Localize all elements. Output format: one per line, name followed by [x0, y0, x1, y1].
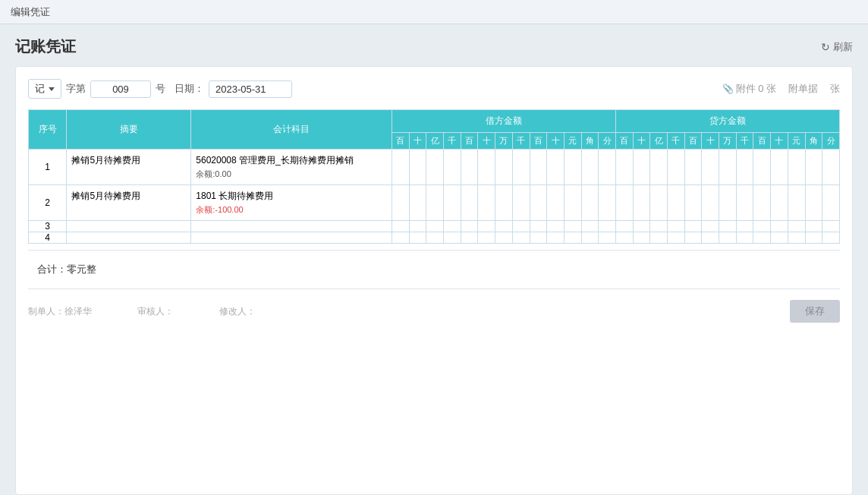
row-2-debit-1[interactable]: [409, 221, 426, 232]
row-0-debit-1[interactable]: [409, 150, 426, 185]
row-1-credit-7[interactable]: [736, 185, 753, 221]
voucher-number-input[interactable]: [90, 80, 151, 98]
row-1-debit-5[interactable]: [478, 185, 495, 221]
row-0-debit-2[interactable]: [426, 150, 444, 185]
row-2-credit-9[interactable]: [771, 221, 788, 232]
row-0-debit-5[interactable]: [478, 150, 495, 185]
row-3-credit-12[interactable]: [822, 232, 840, 244]
row-2-credit-5[interactable]: [702, 221, 719, 232]
row-1-debit-2[interactable]: [426, 185, 444, 221]
row-1-account[interactable]: 1801 长期待摊费用余额:-100.00: [191, 185, 392, 221]
row-3-credit-0[interactable]: [615, 232, 633, 244]
row-3-account[interactable]: [191, 232, 392, 244]
row-1-credit-9[interactable]: [771, 185, 788, 221]
row-2-credit-1[interactable]: [633, 221, 650, 232]
row-2-debit-10[interactable]: [564, 221, 581, 232]
row-0-debit-0[interactable]: [392, 150, 410, 185]
row-2-credit-7[interactable]: [736, 221, 753, 232]
row-2-credit-3[interactable]: [668, 221, 685, 232]
row-0-credit-3[interactable]: [668, 150, 685, 185]
row-2-debit-4[interactable]: [461, 221, 478, 232]
row-1-credit-3[interactable]: [668, 185, 685, 221]
row-1-credit-10[interactable]: [788, 185, 805, 221]
row-0-credit-11[interactable]: [805, 150, 822, 185]
row-3-credit-6[interactable]: [719, 232, 737, 244]
row-0-credit-4[interactable]: [684, 150, 702, 185]
save-button[interactable]: 保存: [790, 300, 840, 323]
row-1-credit-2[interactable]: [650, 185, 668, 221]
row-0-credit-9[interactable]: [771, 150, 788, 185]
row-1-debit-3[interactable]: [444, 185, 461, 221]
row-3-debit-2[interactable]: [426, 232, 444, 244]
row-3-debit-7[interactable]: [512, 232, 530, 244]
row-3-credit-2[interactable]: [650, 232, 668, 244]
row-3-debit-6[interactable]: [495, 232, 513, 244]
row-2-debit-7[interactable]: [512, 221, 530, 232]
row-2-credit-0[interactable]: [615, 221, 633, 232]
row-1-credit-4[interactable]: [684, 185, 702, 221]
row-0-credit-7[interactable]: [736, 150, 753, 185]
row-1-debit-9[interactable]: [547, 185, 565, 221]
row-3-debit-4[interactable]: [461, 232, 478, 244]
row-0-credit-1[interactable]: [633, 150, 650, 185]
row-3-debit-12[interactable]: [599, 232, 616, 244]
row-3-debit-9[interactable]: [547, 232, 565, 244]
row-0-credit-5[interactable]: [702, 150, 719, 185]
row-3-credit-9[interactable]: [771, 232, 788, 244]
row-2-account[interactable]: [191, 221, 392, 232]
row-1-credit-6[interactable]: [719, 185, 737, 221]
row-0-debit-6[interactable]: [495, 150, 513, 185]
row-3-debit-8[interactable]: [530, 232, 547, 244]
row-0-credit-10[interactable]: [788, 150, 805, 185]
row-2-debit-6[interactable]: [495, 221, 513, 232]
row-2-debit-0[interactable]: [392, 221, 410, 232]
row-0-summary[interactable]: 摊销5月待摊费用: [67, 150, 191, 185]
row-1-debit-11[interactable]: [581, 185, 599, 221]
row-2-credit-10[interactable]: [788, 221, 805, 232]
row-3-credit-8[interactable]: [753, 232, 771, 244]
row-0-debit-7[interactable]: [512, 150, 530, 185]
row-1-credit-1[interactable]: [633, 185, 650, 221]
row-1-credit-0[interactable]: [615, 185, 633, 221]
row-2-debit-3[interactable]: [444, 221, 461, 232]
row-1-debit-6[interactable]: [495, 185, 513, 221]
row-3-debit-11[interactable]: [581, 232, 599, 244]
row-2-credit-12[interactable]: [822, 221, 840, 232]
row-0-debit-4[interactable]: [461, 150, 478, 185]
row-0-debit-12[interactable]: [599, 150, 616, 185]
row-3-credit-3[interactable]: [668, 232, 685, 244]
row-3-credit-5[interactable]: [702, 232, 719, 244]
row-2-credit-2[interactable]: [650, 221, 668, 232]
attach-link[interactable]: 📎 附件 0 张: [722, 82, 776, 96]
row-2-credit-6[interactable]: [719, 221, 737, 232]
row-1-debit-10[interactable]: [564, 185, 581, 221]
row-2-debit-8[interactable]: [530, 221, 547, 232]
row-3-credit-1[interactable]: [633, 232, 650, 244]
row-0-debit-10[interactable]: [564, 150, 581, 185]
row-0-account[interactable]: 56020008 管理费用_长期待摊费用摊销余额:0.00: [191, 150, 392, 185]
row-1-credit-5[interactable]: [702, 185, 719, 221]
row-2-debit-11[interactable]: [581, 221, 599, 232]
date-input[interactable]: [209, 80, 292, 98]
row-3-credit-7[interactable]: [736, 232, 753, 244]
row-2-credit-8[interactable]: [753, 221, 771, 232]
refresh-button[interactable]: ↻ 刷新: [821, 40, 853, 54]
row-2-debit-2[interactable]: [426, 221, 444, 232]
row-2-summary[interactable]: [67, 221, 191, 232]
row-0-credit-12[interactable]: [822, 150, 840, 185]
row-1-debit-8[interactable]: [530, 185, 547, 221]
row-3-debit-5[interactable]: [478, 232, 495, 244]
row-1-summary[interactable]: 摊销5月待摊费用: [67, 185, 191, 221]
row-3-credit-4[interactable]: [684, 232, 702, 244]
row-1-debit-12[interactable]: [599, 185, 616, 221]
row-0-debit-3[interactable]: [444, 150, 461, 185]
row-2-debit-12[interactable]: [599, 221, 616, 232]
row-0-credit-6[interactable]: [719, 150, 737, 185]
row-2-credit-11[interactable]: [805, 221, 822, 232]
row-3-credit-11[interactable]: [805, 232, 822, 244]
row-3-debit-3[interactable]: [444, 232, 461, 244]
row-1-debit-4[interactable]: [461, 185, 478, 221]
row-0-debit-11[interactable]: [581, 150, 599, 185]
row-1-debit-1[interactable]: [409, 185, 426, 221]
row-0-debit-9[interactable]: [547, 150, 565, 185]
